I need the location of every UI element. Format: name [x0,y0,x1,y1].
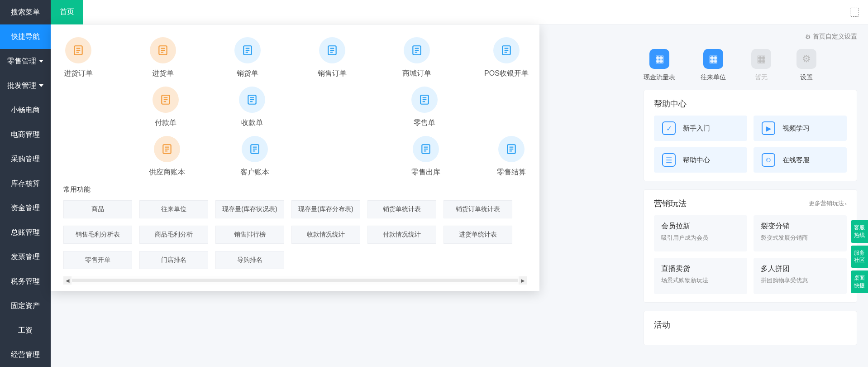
fn-6[interactable]: 销售毛利分析表 [63,226,132,244]
fn-12[interactable]: 零售开单 [63,251,132,269]
sidebar-item-label: 库存核算 [11,179,40,188]
flow-label: 商城订单 [402,69,431,78]
floater-2[interactable]: 桌面快捷 [851,270,868,293]
flow-客户账本[interactable]: 客户账本 [239,136,271,177]
marketing-0[interactable]: 会员拉新吸引用户成为会员 [654,215,747,251]
sidebar-item-10[interactable]: 发票管理 [0,245,51,269]
quick-1[interactable]: ▦往来单位 [701,49,726,82]
sidebar-item-label: 工资 [18,326,33,335]
sidebar-item-7[interactable]: 库存核算 [0,171,51,196]
flow-label: POS收银开单 [484,69,529,78]
fn-1[interactable]: 往来单位 [139,200,208,218]
sidebar-item-2[interactable]: 零售管理 [0,49,51,73]
right-column: ⚙ 首页自定义设置 ▦现金流量表▦往来单位▦暂无⚙设置 帮助中心 ✓新手入门▶视… [644,33,857,345]
flow-销售订单[interactable]: 销售订单 [317,37,347,78]
fn-11[interactable]: 进货单统计表 [444,226,512,244]
flow-零售出库[interactable]: 零售出库 [410,136,441,177]
sidebar-item-label: 快捷导航 [11,32,40,42]
fn-13[interactable]: 门店排名 [139,251,208,269]
side-floaters: 客服热线服务社区桌面快捷 [851,220,868,293]
flow-零售结算[interactable]: 零售结算 [496,136,527,177]
document-icon [239,87,265,113]
help-label: 帮助中心 [683,156,710,164]
document-icon [493,37,520,63]
sidebar-item-label: 批发管理 [7,81,36,91]
document-icon [319,37,345,63]
marketing-item-sub: 场景式购物新玩法 [661,276,740,285]
scroll-right-icon[interactable]: ▶ [519,276,527,285]
fn-8[interactable]: 销售排行榜 [215,226,284,244]
flow-收款单[interactable]: 收款单 [236,87,268,128]
fn-4[interactable]: 销货单统计表 [367,200,436,218]
quick-label: 往来单位 [701,73,726,82]
help-2[interactable]: ☰帮助中心 [654,147,747,173]
fn-3[interactable]: 现存量(库存分布表) [291,200,360,218]
marketing-item-sub: 拼团购物享受优惠 [761,276,839,285]
marketing-item-title: 裂变分销 [761,222,839,231]
flow-label: 付款单 [155,118,176,128]
activity-card: 活动 [644,311,857,345]
marketing-item-sub: 吸引用户成为会员 [661,234,740,242]
marketing-1[interactable]: 裂变分销裂变式发展分销商 [754,215,847,251]
marketing-title: 营销玩法 [654,198,687,209]
sidebar-item-8[interactable]: 资金管理 [0,196,51,220]
fn-5[interactable]: 销货订单统计表 [444,200,512,218]
flow-销货单[interactable]: 销货单 [233,37,263,78]
quick-label: 暂无 [755,73,768,82]
sidebar-item-11[interactable]: 税务管理 [0,269,51,294]
floater-0[interactable]: 客服热线 [851,220,868,243]
sidebar-item-3[interactable]: 批发管理 [0,73,51,98]
marketing-2[interactable]: 直播卖货场景式购物新玩法 [654,258,747,294]
megamenu-scrollbar[interactable]: ◀ ▶ [63,276,527,285]
help-0[interactable]: ✓新手入门 [654,116,747,141]
marketing-more-link[interactable]: 更多营销玩法› [809,199,847,208]
flow-零售单[interactable]: 零售单 [409,87,441,128]
quick-0[interactable]: ▦现金流量表 [644,49,675,82]
scroll-left-icon[interactable]: ◀ [63,276,72,285]
common-functions-title: 常用功能 [63,185,527,194]
marketing-item-title: 会员拉新 [661,222,740,231]
document-icon [498,136,525,162]
fn-0[interactable]: 商品 [63,200,132,218]
fn-7[interactable]: 商品毛利分析 [139,226,208,244]
quick-icon: ▦ [703,49,723,69]
fn-2[interactable]: 现存量(库存状况表) [215,200,284,218]
help-label: 新手入门 [683,124,710,133]
flow-label: 客户账本 [240,168,269,177]
help-3[interactable]: ☺在线客服 [754,147,847,173]
help-icon: ☰ [662,153,676,167]
quick-2[interactable]: ▦暂无 [751,49,771,82]
document-icon [153,87,179,113]
quick-3[interactable]: ⚙设置 [796,49,816,82]
fn-14[interactable]: 导购排名 [215,251,284,269]
sidebar-item-5[interactable]: 电商管理 [0,122,51,147]
floater-1[interactable]: 服务社区 [851,246,868,268]
chevron-down-icon [39,84,43,87]
sidebar-item-0[interactable]: 搜索菜单 [0,0,51,24]
tab-home[interactable]: 首页 [51,0,83,24]
marketing-item-sub: 裂变式发展分销商 [761,234,839,242]
flow-label: 供应商账本 [149,168,185,177]
sidebar-item-4[interactable]: 小畅电商 [0,98,51,122]
sidebar-item-12[interactable]: 固定资产 [0,294,51,318]
flow-供应商账本[interactable]: 供应商账本 [149,136,185,177]
flow-付款单[interactable]: 付款单 [150,87,182,128]
document-icon [150,37,176,63]
flow-进货订单[interactable]: 进货订单 [63,37,94,78]
help-1[interactable]: ▶视频学习 [754,116,847,141]
home-custom-setting-link[interactable]: ⚙ 首页自定义设置 [644,33,857,41]
sidebar-item-14[interactable]: 经营管理 [0,343,51,367]
document-icon [65,37,91,63]
sidebar-item-9[interactable]: 总账管理 [0,220,51,245]
sidebar-item-6[interactable]: 采购管理 [0,147,51,171]
sidebar-item-13[interactable]: 工资 [0,318,51,343]
flow-进货单[interactable]: 进货单 [148,37,178,78]
fn-10[interactable]: 付款情况统计 [367,226,436,244]
sidebar-item-1[interactable]: 快捷导航 [0,24,51,49]
help-icon: ☺ [762,153,775,167]
flow-商城订单[interactable]: 商城订单 [401,37,432,78]
fullscreen-icon[interactable] [850,8,859,17]
marketing-3[interactable]: 多人拼团拼团购物享受优惠 [754,258,847,294]
fn-9[interactable]: 收款情况统计 [291,226,360,244]
flow-POS收银开单[interactable]: POS收银开单 [486,37,527,78]
